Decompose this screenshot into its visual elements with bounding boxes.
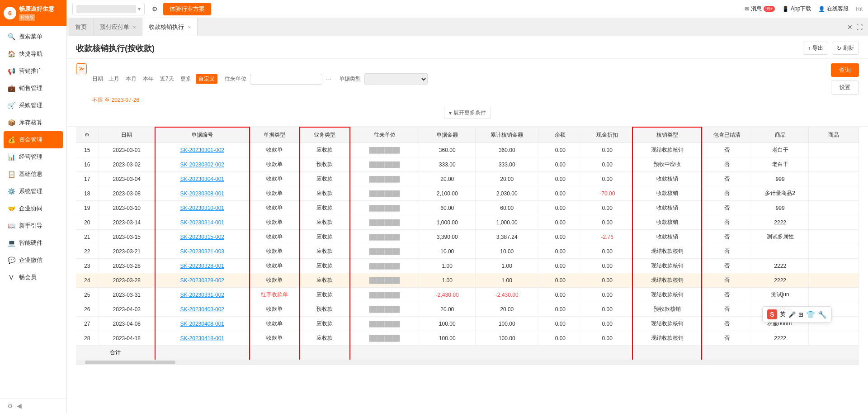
tab-close-receipt-exec[interactable]: ×	[188, 24, 190, 30]
cell-cash-discount: 0.00	[582, 273, 632, 288]
doc-no-link[interactable]: SK-20230321-003	[180, 248, 224, 255]
sales-icon: 💼	[7, 84, 15, 92]
cell-biz-type: 应收款	[300, 186, 350, 201]
tab-close-all-icon[interactable]: ✕	[847, 24, 853, 31]
date-option-last-month[interactable]: 上月	[107, 74, 121, 84]
tab-close-prepay[interactable]: ×	[133, 24, 136, 30]
cell-doc-no[interactable]: SK-20230418-001	[155, 331, 249, 346]
refresh-button[interactable]: ↻ 刷新	[832, 42, 859, 55]
expand-more-button[interactable]: ▾ 展开更多条件	[444, 107, 491, 119]
cell-doc-no[interactable]: SK-20230408-001	[155, 317, 249, 331]
sidebar-item-purchase[interactable]: 🛒 采购管理	[0, 97, 66, 114]
date-option-this-month[interactable]: 本月	[124, 74, 138, 84]
home-icon: 🏠	[7, 50, 15, 58]
cell-amount: 20.00	[419, 172, 476, 186]
cell-doc-no[interactable]: SK-20230315-002	[155, 230, 249, 244]
doc-no-link[interactable]: SK-20230328-002	[180, 277, 224, 284]
cell-goods2	[808, 143, 859, 157]
table-row: 19 2023-03-10 SK-20230310-001 收款单 应收款 ██…	[76, 201, 859, 215]
filter-toggle-button[interactable]: ≫	[76, 63, 87, 74]
cell-goods: 999	[752, 172, 808, 186]
app-download-button[interactable]: 📱 App下载	[782, 5, 811, 13]
cell-biz-type: 应收款	[300, 201, 350, 215]
sidebar-item-base[interactable]: 📋 基础信息	[0, 166, 66, 183]
sidebar-item-operations[interactable]: 📊 经营管理	[0, 148, 66, 166]
cell-bill-type: 收款单	[250, 331, 300, 346]
sidebar-item-wechat[interactable]: 💬 企业微信	[0, 252, 66, 269]
doc-no-link[interactable]: SK-20230408-001	[180, 321, 224, 327]
settings-button[interactable]: 设置	[831, 81, 859, 95]
export-button[interactable]: ↑ 导出	[803, 42, 828, 55]
cell-goods2	[808, 215, 859, 230]
query-button[interactable]: 查询	[831, 63, 859, 77]
cell-doc-no[interactable]: SK-20230331-002	[155, 288, 249, 302]
tab-receipt-exec[interactable]: 收款核销执行 ×	[142, 18, 197, 36]
sidebar-item-system[interactable]: ⚙️ 系统管理	[0, 183, 66, 200]
sidebar-item-sales[interactable]: 💼 销售管理	[0, 80, 66, 97]
horizontal-scrollbar[interactable]	[76, 360, 859, 365]
cell-cash-discount: 0.00	[582, 259, 632, 273]
cell-doc-no[interactable]: SK-20230310-001	[155, 201, 249, 215]
cell-balance: 0.00	[538, 317, 582, 331]
sidebar-item-marketing[interactable]: 📢 营销推广	[0, 62, 66, 80]
sidebar-item-finance[interactable]: 💰 资金管理	[4, 131, 63, 148]
cell-doc-no[interactable]: SK-20230403-002	[155, 302, 249, 317]
sidebar-item-guide[interactable]: 📖 新手引导	[0, 217, 66, 234]
scrollbar-thumb[interactable]	[85, 361, 175, 364]
date-option-this-year[interactable]: 本年	[141, 74, 156, 84]
sidebar-collapse-icon[interactable]: ◀	[17, 402, 22, 409]
sidebar-item-search[interactable]: 🔍 搜索菜单	[0, 28, 66, 45]
cell-doc-no[interactable]: SK-20230321-003	[155, 244, 249, 259]
doc-no-link[interactable]: SK-20230403-002	[180, 306, 224, 313]
sidebar-item-label: 经营管理	[19, 153, 42, 161]
sidebar-item-quick-nav[interactable]: 🏠 快捷导航	[0, 45, 66, 62]
cell-doc-no[interactable]: SK-20230301-002	[155, 143, 249, 157]
org-select[interactable]: ▾	[72, 3, 145, 15]
cell-doc-no[interactable]: SK-20230302-002	[155, 157, 249, 172]
date-option-7days[interactable]: 近7天	[158, 74, 176, 84]
th-goods: 商品	[752, 127, 808, 143]
doc-no-link[interactable]: SK-20230331-002	[180, 292, 224, 298]
cell-doc-no[interactable]: SK-20230304-001	[155, 172, 249, 186]
tab-home[interactable]: 首页	[69, 18, 94, 36]
sidebar-item-enterprise[interactable]: 🤝 企业协同	[0, 200, 66, 217]
doc-no-link[interactable]: SK-20230310-001	[180, 205, 224, 211]
bill-type-select[interactable]	[364, 73, 428, 85]
cell-doc-no[interactable]: SK-20230328-002	[155, 273, 249, 288]
sidebar-item-member[interactable]: V 畅会员	[0, 269, 66, 286]
sidebar-bottom: ⚙ ◀	[0, 398, 66, 413]
date-option-more[interactable]: 更多	[179, 74, 193, 84]
cell-amount: 20.00	[419, 302, 476, 317]
message-button[interactable]: ✉ 消息 99+	[745, 5, 775, 13]
online-service-button[interactable]: 👤 在线客服	[818, 5, 849, 13]
cell-bill-type: 收款单	[250, 244, 300, 259]
cell-doc-no[interactable]: SK-20230314-001	[155, 215, 249, 230]
doc-no-link[interactable]: SK-20230315-002	[180, 234, 224, 240]
sidebar-settings-icon[interactable]: ⚙	[7, 402, 13, 409]
sidebar-item-inventory[interactable]: 📦 库存核算	[0, 114, 66, 131]
date-option-custom[interactable]: 自定义	[196, 74, 217, 84]
footer-g1	[752, 346, 808, 360]
doc-no-link[interactable]: SK-20230418-001	[180, 335, 224, 342]
tab-expand-icon[interactable]: ⛶	[856, 24, 863, 31]
doc-no-link[interactable]: SK-20230308-001	[180, 190, 224, 197]
counterpart-input[interactable]	[250, 74, 322, 85]
box-icon: 📦	[7, 119, 15, 127]
more-options-icon[interactable]: ···	[326, 75, 332, 83]
tab-prepay[interactable]: 预付应付单 ×	[94, 18, 142, 36]
doc-no-link[interactable]: SK-20230302-002	[180, 161, 224, 168]
sidebar-item-hardware[interactable]: 💻 智能硬件	[0, 234, 66, 252]
doc-no-link[interactable]: SK-20230304-001	[180, 176, 224, 182]
table-row: 20 2023-03-14 SK-20230314-001 收款单 应收款 ██…	[76, 215, 859, 230]
doc-no-link[interactable]: SK-20230328-001	[180, 263, 224, 269]
cell-seq: 16	[76, 157, 99, 172]
cell-doc-no[interactable]: SK-20230328-001	[155, 259, 249, 273]
settings-icon[interactable]: ⚙	[152, 5, 158, 13]
solution-button[interactable]: 体验行业方案	[163, 3, 211, 15]
doc-no-link[interactable]: SK-20230314-001	[180, 219, 224, 226]
th-biz-type: 业务类型	[300, 127, 350, 143]
doc-no-link[interactable]: SK-20230301-002	[180, 147, 224, 153]
cell-doc-no[interactable]: SK-20230308-001	[155, 186, 249, 201]
cell-cum-amount: 20.00	[476, 172, 538, 186]
phone-icon: 📱	[782, 6, 789, 12]
